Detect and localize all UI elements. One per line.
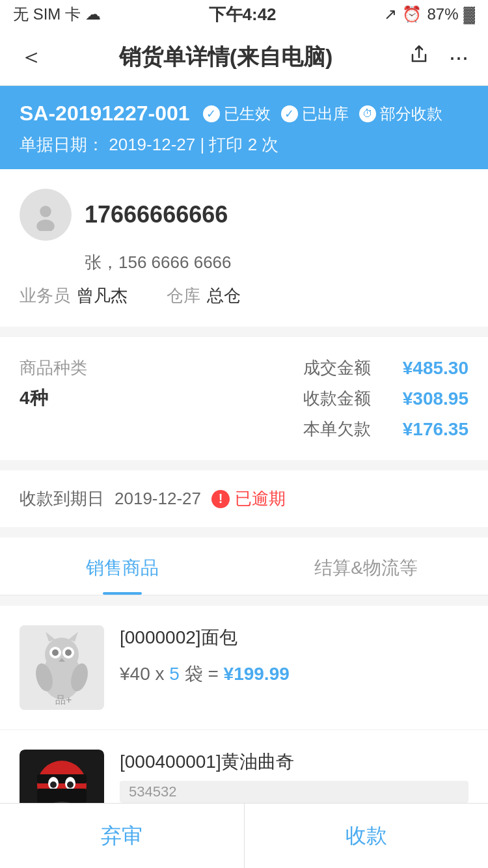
product-sku-cookies: 534532 [120,781,468,803]
clock-icon-partial: ⏱ [359,105,376,122]
debt-value: ¥176.35 [384,419,468,440]
summary-section: 商品种类 4种 成交金额 ¥485.30 收款金额 ¥308.95 本单欠款 ¥… [0,337,488,460]
order-date-value: 2019-12-27 [109,135,195,154]
amount-row: 成交金额 ¥485.30 [303,357,468,379]
order-print-info: | 打印 2 次 [200,135,278,154]
share-button[interactable] [409,44,429,70]
debt-label: 本单欠款 [303,418,371,441]
category-count: 4种 [20,386,87,411]
customer-meta: 业务员 曾凡杰 仓库 总仓 [20,284,468,307]
badge-partial-label: 部分收款 [380,103,442,124]
due-date-section: 收款到期日 2019-12-27 ! 已逾期 [0,470,488,527]
product-name-bread: [0000002]面包 [120,625,468,650]
product-info-bread: [0000002]面包 ¥40 x 5 袋 = ¥199.99 [120,625,468,686]
clock: 下午4:42 [209,3,277,26]
badge-partial: ⏱ 部分收款 [359,103,442,124]
product-item: 品+ [0000002]面包 ¥40 x 5 袋 = ¥199.99 [0,606,488,730]
sales-value: 曾凡杰 [77,284,128,307]
category-label: 商品种类 [20,357,87,379]
sales-person-info: 业务员 曾凡杰 [20,284,128,307]
overdue-badge: ! 已逾期 [211,487,286,510]
svg-point-10 [65,649,72,656]
checkmark-icon-shipped: ✓ [281,105,298,122]
svg-point-22 [50,781,57,788]
debt-row: 本单欠款 ¥176.35 [303,418,468,441]
order-id: SA-20191227-001 [20,102,190,126]
back-button[interactable]: ＜ [20,41,43,73]
badge-shipped-label: 已出库 [302,103,349,124]
customer-section: 17666666666 张，156 6666 6666 业务员 曾凡杰 仓库 总… [0,169,488,327]
checkmark-icon-active: ✓ [203,105,220,122]
more-button[interactable]: ··· [449,44,468,71]
tabs-section: 销售商品 结算&物流等 [0,537,488,595]
warehouse-value: 总仓 [207,284,241,307]
status-right: ↗ ⏰ 87% ▓ [384,5,475,23]
customer-row: 17666666666 [20,189,468,241]
tab-sales-products[interactable]: 销售商品 [0,537,244,595]
amount-value: ¥485.30 [384,358,468,379]
svg-rect-19 [37,774,87,783]
price-x-bread: x [156,664,170,684]
price-eq-bread: = [208,664,223,684]
status-bar: 无 SIM 卡 ☁ 下午4:42 ↗ ⏰ 87% ▓ [0,0,488,29]
warehouse-label: 仓库 [167,284,200,307]
collect-payment-button[interactable]: 收款 [245,804,489,868]
warehouse-info: 仓库 总仓 [167,284,241,307]
nav-right-actions: ··· [409,44,468,71]
product-image-bread: 品+ [20,625,104,710]
nav-bar: ＜ 销货单详情(来自电脑) ··· [0,29,488,86]
customer-sub-info: 张，156 6666 6666 [20,251,468,274]
summary-right: 成交金额 ¥485.30 收款金额 ¥308.95 本单欠款 ¥176.35 [303,357,468,441]
sim-status: 无 SIM 卡 ☁ [13,4,101,25]
tab-settlement[interactable]: 结算&物流等 [244,537,488,595]
summary-left: 商品种类 4种 [20,357,87,411]
location-icon: ↗ [384,5,397,23]
price-total-bread: ¥199.99 [224,664,290,684]
badge-shipped: ✓ 已出库 [281,103,349,124]
status-left: 无 SIM 卡 ☁ [13,4,101,25]
order-id-row: SA-20191227-001 ✓ 已生效 ✓ 已出库 ⏱ 部分收款 [20,102,468,126]
svg-point-2 [40,206,51,217]
order-header: SA-20191227-001 ✓ 已生效 ✓ 已出库 ⏱ 部分收款 单据日期：… [0,86,488,169]
product-price-bread: ¥40 x 5 袋 = ¥199.99 [120,662,468,686]
battery: 87% [427,5,458,23]
due-date-value: 2019-12-27 [115,489,201,509]
sales-label: 业务员 [20,284,70,307]
customer-phone: 17666666666 [85,201,228,228]
product-name-cookies: [000400001]黄油曲奇 [120,750,468,774]
price-base-bread: ¥40 [120,664,150,684]
overdue-text: 已逾期 [235,487,286,510]
abandon-review-button[interactable]: 弃审 [0,804,245,868]
price-qty-bread: 5 [169,664,180,684]
page-title: 销货单详情(来自电脑) [119,42,333,72]
battery-icon: ▓ [463,5,475,23]
svg-point-9 [52,649,59,656]
svg-point-23 [67,781,74,788]
amount-label: 成交金额 [303,357,371,379]
overdue-icon: ! [211,490,230,508]
received-value: ¥308.95 [384,388,468,409]
svg-rect-24 [37,789,87,803]
badge-active-label: 已生效 [224,103,271,124]
order-date-label: 单据日期： [20,135,104,154]
tabs-row: 销售商品 结算&物流等 [0,537,488,595]
svg-text:品+: 品+ [55,694,72,705]
bottom-bar: 弃审 收款 [0,803,488,868]
order-badges: ✓ 已生效 ✓ 已出库 ⏱ 部分收款 [203,103,442,124]
due-date-label: 收款到期日 [20,487,104,510]
price-unit-bread: 袋 [185,664,203,684]
received-label: 收款金额 [303,387,371,410]
order-date: 单据日期： 2019-12-27 | 打印 2 次 [20,133,468,156]
badge-active: ✓ 已生效 [203,103,271,124]
received-row: 收款金额 ¥308.95 [303,387,468,410]
avatar [20,189,72,241]
alarm-icon: ⏰ [402,5,422,23]
